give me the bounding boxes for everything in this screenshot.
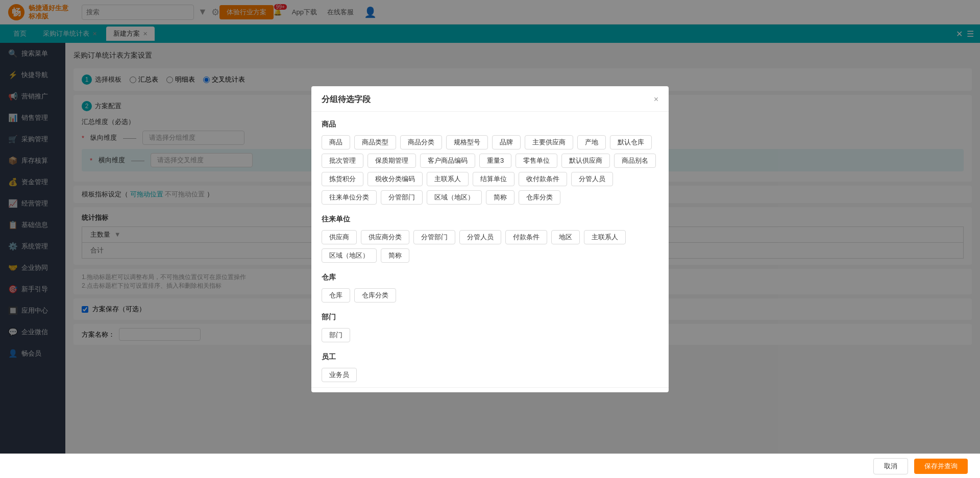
field-tag-0-24[interactable]: 简称 (486, 190, 514, 205)
field-tag-0-16[interactable]: 税收分类编码 (368, 172, 423, 186)
field-tag-0-11[interactable]: 重量3 (479, 154, 511, 168)
field-tag-0-0[interactable]: 商品 (322, 135, 350, 149)
field-tag-0-15[interactable]: 拣货积分 (322, 172, 363, 186)
field-tag-1-4[interactable]: 付款条件 (505, 230, 547, 244)
field-tags-1: 供应商供应商分类分管部门分管人员付款条件地区主联系人区域（地区）简称 (322, 230, 658, 263)
field-tag-0-7[interactable]: 默认仓库 (610, 135, 652, 149)
field-tag-0-6[interactable]: 产地 (577, 135, 606, 149)
field-tag-0-12[interactable]: 零售单位 (516, 154, 557, 168)
field-group-title-3: 部门 (322, 313, 658, 322)
field-tag-1-8[interactable]: 简称 (381, 248, 409, 263)
field-tag-3-0[interactable]: 部门 (322, 328, 350, 342)
field-tag-2-1[interactable]: 仓库分类 (354, 288, 396, 303)
dialog-header: 分组待选字段 × (311, 86, 669, 112)
field-tag-0-25[interactable]: 仓库分类 (519, 190, 560, 205)
field-group-title-1: 往来单位 (322, 215, 658, 224)
save-query-button[interactable]: 保存并查询 (914, 459, 968, 474)
dialog-hscroll[interactable] (311, 387, 669, 392)
field-tag-0-17[interactable]: 主联系人 (427, 172, 469, 186)
field-group-2: 仓库仓库仓库分类 (322, 273, 658, 303)
field-tag-0-4[interactable]: 品牌 (492, 135, 521, 149)
field-tag-1-3[interactable]: 分管人员 (459, 230, 501, 244)
field-group-3: 部门部门 (322, 313, 658, 342)
field-tag-0-2[interactable]: 商品分类 (400, 135, 442, 149)
field-tag-0-9[interactable]: 保质期管理 (368, 154, 416, 168)
field-tag-0-23[interactable]: 区域（地区） (427, 190, 482, 205)
field-tag-0-21[interactable]: 往来单位分类 (322, 190, 377, 205)
field-tag-0-19[interactable]: 收付款条件 (519, 172, 567, 186)
field-tags-3: 部门 (322, 328, 658, 342)
field-tag-0-1[interactable]: 商品类型 (354, 135, 396, 149)
dialog: 分组待选字段 × 商品商品商品类型商品分类规格型号品牌主要供应商产地默认仓库批次… (311, 86, 669, 392)
field-tag-2-0[interactable]: 仓库 (322, 288, 350, 303)
field-group-title-4: 员工 (322, 353, 658, 362)
field-tag-0-20[interactable]: 分管人员 (571, 172, 613, 186)
dialog-title: 分组待选字段 (322, 94, 371, 105)
field-tag-0-14[interactable]: 商品别名 (614, 154, 656, 168)
field-tag-1-1[interactable]: 供应商分类 (361, 230, 409, 244)
field-tags-2: 仓库仓库分类 (322, 288, 658, 303)
field-group-1: 往来单位供应商供应商分类分管部门分管人员付款条件地区主联系人区域（地区）简称 (322, 215, 658, 263)
field-tag-1-6[interactable]: 主联系人 (584, 230, 626, 244)
field-tag-0-13[interactable]: 默认供应商 (561, 154, 610, 168)
field-tags-4: 业务员 (322, 368, 658, 382)
field-tags-0: 商品商品类型商品分类规格型号品牌主要供应商产地默认仓库批次管理保质期管理客户商品… (322, 135, 658, 205)
cancel-button[interactable]: 取消 (873, 458, 908, 474)
dialog-body: 商品商品商品类型商品分类规格型号品牌主要供应商产地默认仓库批次管理保质期管理客户… (311, 112, 669, 388)
field-group-title-0: 商品 (322, 120, 658, 129)
field-tag-0-10[interactable]: 客户商品编码 (420, 154, 475, 168)
field-group-0: 商品商品商品类型商品分类规格型号品牌主要供应商产地默认仓库批次管理保质期管理客户… (322, 120, 658, 205)
field-tag-0-22[interactable]: 分管部门 (381, 190, 423, 205)
field-tag-0-3[interactable]: 规格型号 (446, 135, 488, 149)
dialog-overlay: 分组待选字段 × 商品商品商品类型商品分类规格型号品牌主要供应商产地默认仓库批次… (0, 0, 980, 478)
field-group-title-2: 仓库 (322, 273, 658, 282)
field-tag-0-18[interactable]: 结算单位 (473, 172, 514, 186)
dialog-close-btn[interactable]: × (654, 95, 658, 104)
field-tag-0-8[interactable]: 批次管理 (322, 154, 363, 168)
field-tag-1-0[interactable]: 供应商 (322, 230, 357, 244)
bottom-bar: 取消 保存并查询 (0, 454, 980, 478)
field-tag-1-2[interactable]: 分管部门 (413, 230, 455, 244)
field-tag-1-7[interactable]: 区域（地区） (322, 248, 377, 263)
field-tag-4-0[interactable]: 业务员 (322, 368, 357, 382)
field-tag-1-5[interactable]: 地区 (551, 230, 580, 244)
field-group-4: 员工业务员 (322, 353, 658, 382)
field-tag-0-5[interactable]: 主要供应商 (525, 135, 573, 149)
